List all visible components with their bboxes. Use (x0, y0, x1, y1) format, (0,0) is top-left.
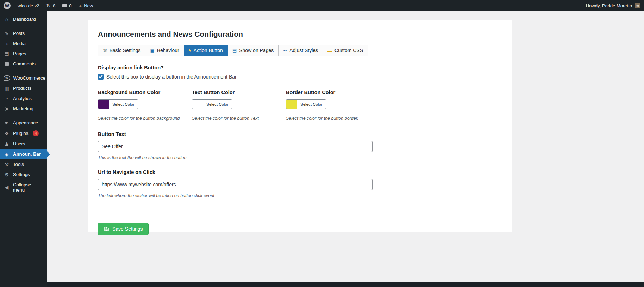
sidebar-item-label: Appearance (13, 120, 38, 125)
background-color-picker-button[interactable]: Select Color (98, 99, 138, 109)
sidebar-item-appearance[interactable]: ✒ Appearance (0, 118, 47, 128)
display-button-checkbox-label: Select this box to display a button in t… (106, 74, 237, 80)
sidebar-item-comments[interactable]: Comments (0, 59, 47, 69)
display-button-checkbox[interactable] (98, 74, 104, 80)
sidebar-item-label: Settings (13, 172, 30, 177)
lightning-icon: ϟ (189, 48, 191, 53)
sidebar-item-label: Dashboard (13, 17, 36, 22)
sidebar-item-settings[interactable]: ⚙ Settings (0, 169, 47, 180)
text-color-picker-button[interactable]: Select Color (192, 99, 232, 109)
comments-bubble-icon (62, 4, 67, 7)
sidebar-item-analytics[interactable]: ◔ Analytics (0, 93, 47, 104)
comments-link[interactable]: 0 (59, 0, 75, 11)
dashboard-icon: ⌂ (4, 17, 10, 22)
collapse-menu-button[interactable]: ◀ Collapse menu (0, 180, 47, 195)
sidebar-item-label: Posts (13, 31, 25, 36)
settings-card: Announcements and News Configuration ⚒ B… (88, 20, 512, 232)
tab-custom-css[interactable]: ▬ Custom CSS (323, 45, 368, 56)
megaphone-icon: ➤ (4, 106, 10, 111)
plugins-update-badge: 4 (33, 130, 39, 136)
url-input[interactable] (98, 179, 373, 190)
brush-icon: ✒ (4, 120, 10, 125)
collapse-arrow-icon: ◀ (4, 185, 10, 190)
sidebar-item-plugins[interactable]: ❖ Plugins 4 (0, 128, 47, 139)
background-color-field: Background Button Color Select Color Sel… (98, 89, 192, 121)
sidebar-item-label: WooCommerce (13, 75, 45, 81)
text-color-swatch (192, 100, 203, 109)
background-color-swatch (98, 100, 109, 109)
site-name-label: wico de v2 (18, 3, 39, 8)
border-color-picker-button[interactable]: Select Color (286, 99, 326, 109)
admin-bar-left: W wico de v2 ↻ 8 0 + New (0, 0, 96, 11)
display-button-heading: Display action link Button? (98, 65, 502, 70)
settings-tabs: ⚒ Basic Settings ▣ Behaviour ϟ Action Bu… (98, 45, 502, 56)
border-color-heading: Border Button Color (286, 89, 380, 95)
border-color-caption: Select the color for the button border. (286, 116, 380, 121)
text-color-caption: Select the color for the button Text (192, 116, 286, 121)
tab-action-button[interactable]: ϟ Action Button (184, 45, 228, 56)
sidebar-item-label: Media (13, 41, 26, 46)
tab-show-on-pages[interactable]: ▤ Show on Pages (227, 45, 279, 56)
account-menu[interactable]: Howdy, Paride Moretto ☻ (586, 0, 644, 11)
sidebar-item-media[interactable]: ♪ Media (0, 38, 47, 49)
select-color-label: Select Color (297, 100, 326, 109)
tab-label: Basic Settings (110, 48, 141, 53)
page-icon: ▤ (232, 48, 237, 53)
text-color-heading: Text Button Color (192, 89, 286, 95)
sidebar-item-products[interactable]: ▥ Products (0, 83, 47, 93)
save-settings-button[interactable]: Save Settings (98, 223, 149, 235)
border-color-swatch (286, 100, 297, 109)
sidebar-item-announ-bar[interactable]: ◈ Announ. Bar (0, 149, 47, 159)
wrench-icon: ⚒ (103, 48, 107, 53)
tab-label: Adjust Styles (289, 48, 318, 53)
new-content-button[interactable]: + New (75, 0, 96, 11)
pages-icon: ▤ (4, 51, 10, 56)
select-color-label: Select Color (203, 100, 232, 109)
gear-icon: ⚙ (4, 172, 10, 177)
tools-icon: ⚒ (4, 162, 10, 167)
sidebar-item-label: Products (13, 86, 31, 91)
sidebar-item-label: Users (13, 141, 25, 146)
background-color-caption: Select the color for the button backgrou… (98, 116, 192, 121)
sidebar-item-dashboard[interactable]: ⌂ Dashboard (0, 14, 47, 24)
comments-count: 0 (69, 3, 71, 8)
sidebar-item-label: Plugins (13, 131, 28, 136)
collapse-menu-label: Collapse menu (13, 182, 44, 193)
admin-top-bar: W wico de v2 ↻ 8 0 + New Howdy, Paride M… (0, 0, 644, 11)
wordpress-logo-icon: W (4, 2, 11, 9)
url-label: Url to Navigate on Click (98, 169, 502, 175)
border-color-field: Border Button Color Select Color Select … (286, 89, 380, 121)
text-color-field: Text Button Color Select Color Select th… (192, 89, 286, 121)
menu-separator (0, 69, 47, 73)
plus-icon: + (79, 3, 82, 8)
sidebar-item-users[interactable]: ♟ Users (0, 139, 47, 149)
sidebar-item-label: Analytics (13, 96, 32, 101)
updates-link[interactable]: ↻ 8 (43, 0, 59, 11)
avatar: ☻ (635, 3, 640, 8)
menu-separator (0, 114, 47, 118)
sidebar-item-posts[interactable]: ✎ Posts (0, 28, 47, 38)
wordpress-logo-button[interactable]: W (0, 0, 14, 11)
updates-icon: ↻ (46, 3, 51, 8)
comments-icon (4, 62, 10, 67)
select-color-label: Select Color (109, 100, 138, 109)
howdy-label: Howdy, Paride Moretto (586, 3, 632, 8)
button-text-field: Button Text This is the text the will be… (98, 131, 502, 160)
sidebar-item-marketing[interactable]: ➤ Marketing (0, 104, 47, 114)
announcement-icon: ◈ (4, 152, 10, 157)
updates-count: 8 (53, 3, 55, 8)
site-name-link[interactable]: wico de v2 (14, 0, 43, 11)
sidebar-item-woocommerce[interactable]: W WooCommerce (0, 73, 47, 83)
woocommerce-icon: W (4, 75, 10, 81)
tab-basic-settings[interactable]: ⚒ Basic Settings (98, 45, 145, 56)
tab-behaviour[interactable]: ▣ Behaviour (145, 45, 184, 56)
sidebar-item-pages[interactable]: ▤ Pages (0, 49, 47, 59)
tab-adjust-styles[interactable]: ✒ Adjust Styles (278, 45, 323, 56)
button-text-input[interactable] (98, 141, 373, 152)
admin-content-area: Announcements and News Configuration ⚒ B… (47, 11, 644, 282)
pencil-icon: ✎ (4, 31, 10, 36)
sidebar-item-tools[interactable]: ⚒ Tools (0, 159, 47, 169)
plugin-icon: ❖ (4, 131, 10, 136)
url-field: Url to Navigate on Click The link where … (98, 169, 502, 198)
tab-label: Custom CSS (334, 48, 363, 53)
